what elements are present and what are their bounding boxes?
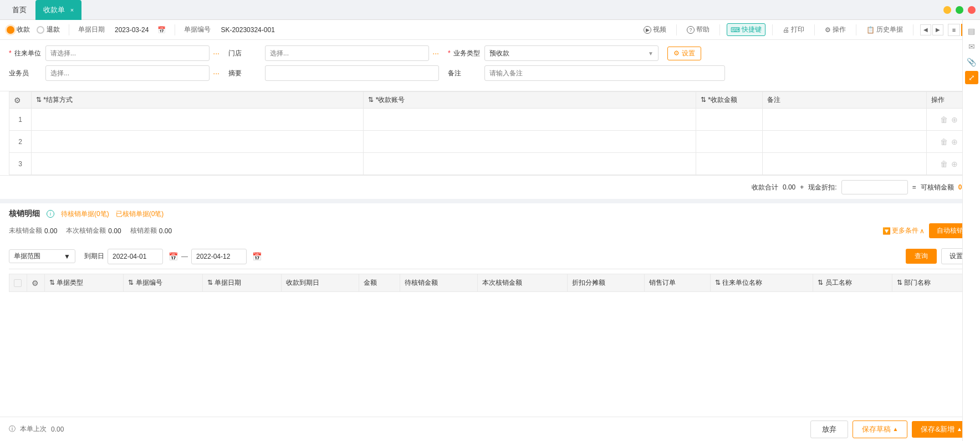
pending-tab-link[interactable]: 待核销单据(0笔) (61, 209, 109, 219)
business-type-label: * 业务类型 (448, 49, 481, 58)
range-select[interactable]: 单据范围 ▼ (9, 249, 75, 263)
store-more-btn[interactable]: ··· (432, 49, 439, 58)
row-3-delete-icon[interactable]: 🗑 (940, 160, 948, 168)
calendar-from-icon[interactable]: 📅 (169, 252, 178, 261)
counterparty-field: * 往来单位 ··· (9, 45, 220, 61)
info-icon[interactable]: i (47, 210, 54, 218)
settings-button[interactable]: ⚙ 设置 (667, 47, 701, 60)
row-2-method[interactable] (32, 131, 364, 153)
verify-header: 核销明细 i 待核销单据(0笔) 已核销单据(0笔) (9, 209, 971, 219)
help-btn[interactable]: ? 帮助 (683, 24, 713, 35)
sidebar-attach-icon[interactable]: 📎 (965, 55, 978, 69)
row-3-account[interactable] (364, 153, 696, 175)
more-conditions-btn[interactable]: 🔽 更多条件 ∧ (882, 226, 925, 235)
row-1-method[interactable] (32, 109, 364, 131)
vcol-doc-date: ⇅ 单据日期 (202, 274, 281, 292)
date-range: 到期日 📅 — 📅 (84, 249, 262, 264)
row-3-method[interactable] (32, 153, 364, 175)
calendar-icon[interactable]: 📅 (157, 26, 166, 34)
sidebar-mail-icon[interactable]: ✉ (965, 40, 978, 53)
summary-input[interactable] (265, 65, 439, 81)
row-2-copy-icon[interactable]: ⊕ (951, 137, 958, 146)
sort-icon: ⇅ (49, 279, 55, 286)
date-from-input[interactable] (108, 249, 163, 264)
calendar-to-icon[interactable]: 📅 (252, 252, 262, 261)
total-value: 0.00 (783, 183, 795, 191)
diff-stat: 核销差额 0.00 (130, 226, 172, 235)
filter-row: 单据范围 ▼ 到期日 📅 — 📅 查询 设置 (9, 244, 971, 269)
bottom-right: 放弃 保存草稿 ▲ 保存&新增 ▲ (810, 421, 971, 438)
vcol-employee: ⇅ 员工名称 (813, 274, 892, 292)
due-date-label: 到期日 (84, 252, 104, 261)
counterparty-more-btn[interactable]: ··· (213, 49, 220, 58)
row-2-delete-icon[interactable]: 🗑 (940, 137, 948, 146)
row-2-amount[interactable] (696, 131, 762, 153)
salesperson-more-btn[interactable]: ··· (213, 69, 220, 78)
sort-icon: ⇅ (368, 96, 374, 104)
vcol-dept: ⇅ 部门名称 (892, 274, 971, 292)
vtable-gear-icon[interactable]: ⚙ (32, 279, 39, 288)
row-2-account[interactable] (364, 131, 696, 153)
row-1-account[interactable] (364, 109, 696, 131)
tab-receipt[interactable]: 收款单 × (35, 0, 81, 20)
remarks-input[interactable] (484, 65, 725, 81)
table-gear-icon[interactable]: ⚙ (14, 96, 21, 105)
radio-refund[interactable]: 退款 (37, 25, 60, 34)
business-type-select[interactable]: 预收款 ▼ (484, 45, 659, 61)
row-2-remarks[interactable] (762, 131, 926, 153)
row-num-1: 1 (9, 109, 32, 131)
date-to-input[interactable] (191, 249, 247, 264)
select-all-checkbox[interactable] (14, 279, 22, 287)
shortcut-btn[interactable]: ⌨ 快捷键 (727, 23, 765, 36)
divider-2 (175, 24, 175, 35)
tab-home[interactable]: 首页 (4, 0, 34, 20)
window-maximize-btn[interactable] (956, 6, 963, 14)
vcol-counterparty: ⇅ 往来单位名称 (710, 274, 813, 292)
store-input[interactable] (265, 45, 429, 61)
query-btn[interactable]: 查询 (906, 249, 937, 264)
counterparty-input[interactable] (45, 45, 210, 61)
filter-left: 单据范围 ▼ 到期日 📅 — 📅 (9, 249, 262, 264)
discount-input[interactable] (841, 180, 908, 194)
done-tab-link[interactable]: 已核销单据(0笔) (116, 209, 164, 219)
row-3-copy-icon[interactable]: ⊕ (951, 160, 958, 168)
last-bill-label: 本单上次 (20, 424, 47, 434)
vcol-discount: 折扣分摊额 (567, 274, 645, 292)
radio-collect[interactable]: 收款 (7, 25, 30, 34)
vcol-current-verify: 本次核销金额 (477, 274, 567, 292)
window-close-btn[interactable] (968, 6, 976, 14)
sort-icon: ⇅ (128, 279, 134, 286)
row-3-remarks[interactable] (762, 153, 926, 175)
sort-icon: ⇅ (897, 279, 902, 286)
video-btn[interactable]: ▶ 视频 (640, 24, 670, 35)
history-btn[interactable]: 📋 历史单据 (863, 24, 906, 35)
form-section: * 往来单位 ··· 门店 ··· * 业务类型 (0, 40, 980, 91)
window-minimize-btn[interactable] (943, 6, 951, 14)
vcol-amount: 金额 (359, 274, 400, 292)
row-3-amount[interactable] (696, 153, 762, 175)
save-draft-btn[interactable]: 保存草稿 ▲ (853, 421, 908, 438)
radio-refund-dot (37, 26, 44, 34)
operation-btn[interactable]: ⚙ 操作 (821, 24, 849, 35)
row-1-copy-icon[interactable]: ⊕ (951, 115, 958, 124)
radio-collect-dot (7, 26, 14, 34)
row-1-amount[interactable] (696, 109, 762, 131)
row-1-remarks[interactable] (762, 109, 926, 131)
main-area: 收款 退款 单据日期 2023-03-24 📅 单据编号 SK-20230324… (0, 20, 980, 441)
date-label: 单据日期 (78, 25, 105, 34)
row-num-2: 2 (9, 131, 32, 153)
view-list-btn[interactable]: ≡ (948, 24, 960, 36)
vcol-doc-type: ⇅ 单据类型 (45, 274, 124, 292)
tab-bar: 首页 收款单 × (0, 0, 980, 20)
radio-group: 收款 退款 (7, 25, 60, 34)
salesperson-input[interactable] (45, 65, 210, 81)
nav-prev-btn[interactable]: ◀ (920, 24, 931, 35)
vcol-settings: ⚙ (27, 274, 45, 292)
print-btn[interactable]: 🖨 打印 (779, 24, 808, 35)
nav-next-btn[interactable]: ▶ (932, 24, 943, 35)
sidebar-expand-icon[interactable]: ⤢ (965, 71, 978, 84)
tab-close-icon[interactable]: × (70, 7, 74, 13)
sidebar-table-icon[interactable]: ▤ (965, 24, 978, 38)
discard-btn[interactable]: 放弃 (810, 421, 848, 438)
row-1-delete-icon[interactable]: 🗑 (940, 115, 948, 124)
